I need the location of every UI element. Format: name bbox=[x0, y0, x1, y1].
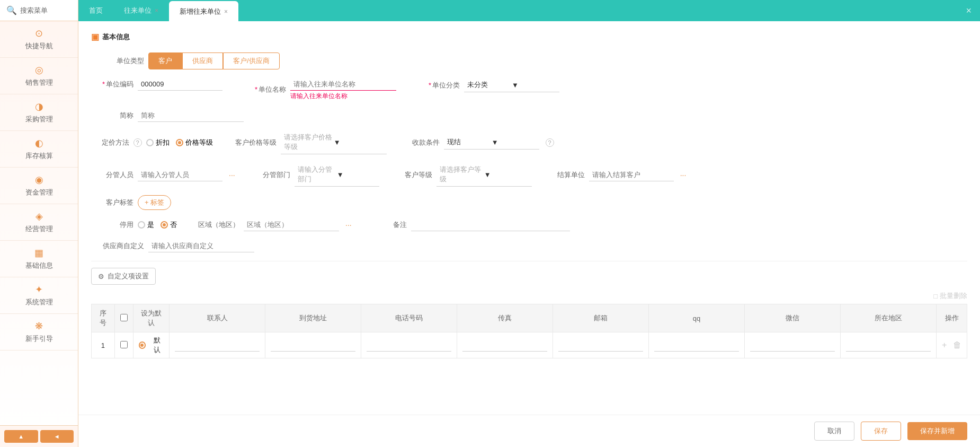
payment-terms-select[interactable]: 现结 ▼ bbox=[444, 135, 539, 150]
select-all-checkbox[interactable] bbox=[120, 314, 128, 321]
operation-icon: ◈ bbox=[35, 211, 43, 222]
region-input[interactable] bbox=[244, 218, 339, 231]
tab-home[interactable]: 首页 bbox=[78, 0, 113, 21]
department-select[interactable]: 请输入分管部门 ▼ bbox=[295, 163, 379, 187]
customer-price-select[interactable]: 请选择客户价格等级 ▼ bbox=[281, 130, 387, 154]
form-footer: 取消 保存 保存并新增 bbox=[78, 415, 980, 447]
payment-help-icon[interactable]: ? bbox=[546, 138, 554, 147]
batch-delete-area: □ 批量删除 bbox=[91, 291, 967, 301]
sidebar-item-label: 基础信息 bbox=[25, 261, 53, 270]
tab-contacts-close[interactable]: × bbox=[155, 7, 158, 14]
tab-new-contacts-label: 新增往来单位 bbox=[180, 7, 221, 16]
qq-input[interactable] bbox=[654, 339, 739, 352]
region-more-btn[interactable]: ··· bbox=[343, 221, 354, 229]
custom-settings-btn[interactable]: ⚙ 自定义项设置 bbox=[91, 268, 156, 285]
batch-delete-label[interactable]: 批量删除 bbox=[940, 291, 967, 301]
unit-type-customer-btn[interactable]: 客户 bbox=[148, 52, 182, 69]
short-name-group: 简称 bbox=[102, 109, 244, 122]
sidebar-search[interactable]: 🔍 搜索菜单 bbox=[0, 0, 78, 21]
address-input[interactable] bbox=[271, 339, 355, 352]
sidebar-item-operation[interactable]: ◈ 经营管理 bbox=[0, 204, 78, 241]
row-checkbox[interactable] bbox=[120, 341, 128, 348]
customer-level-arrow: ▼ bbox=[484, 171, 529, 179]
close-all-tabs-btn[interactable]: × bbox=[957, 5, 980, 16]
disabled-no-radio[interactable]: 否 bbox=[161, 220, 177, 230]
section-icon: ▣ bbox=[91, 32, 99, 42]
short-name-input[interactable] bbox=[138, 109, 244, 122]
sidebar-item-label: 新手引导 bbox=[25, 334, 53, 344]
region-label: 区域（地区） bbox=[198, 220, 239, 230]
supervisor-label: 分管人员 bbox=[102, 170, 133, 180]
customer-level-label: 客户等级 bbox=[400, 170, 432, 180]
sidebar-back-btn[interactable]: ◄ bbox=[40, 430, 74, 443]
section-basic-info-label: 基本信息 bbox=[102, 32, 130, 42]
supervisor-group: 分管人员 ··· bbox=[102, 169, 237, 181]
unit-name-input[interactable] bbox=[290, 78, 396, 91]
supplier-custom-input[interactable] bbox=[148, 240, 254, 252]
settlement-input[interactable] bbox=[589, 169, 674, 181]
pricing-level-radio[interactable]: 价格等级 bbox=[176, 138, 213, 147]
save-new-button[interactable]: 保存并新增 bbox=[907, 422, 967, 440]
unit-code-input[interactable] bbox=[138, 78, 222, 91]
tab-new-contacts-close[interactable]: × bbox=[224, 8, 228, 15]
settlement-more-btn[interactable]: ··· bbox=[678, 171, 689, 179]
sidebar-item-purchase[interactable]: ◑ 采购管理 bbox=[0, 94, 78, 131]
unit-category-select[interactable]: 未分类 ▼ bbox=[464, 78, 559, 92]
settings-icon: ⚙ bbox=[98, 273, 104, 281]
th-default: 设为默认 bbox=[133, 304, 169, 332]
pricing-discount-radio[interactable]: 折扣 bbox=[146, 138, 170, 147]
wechat-input[interactable] bbox=[750, 339, 835, 352]
pricing-row: 定价方法 ? 折扣 价格等级 客户价格等级 请选择客户价 bbox=[91, 130, 967, 154]
th-qq: qq bbox=[649, 304, 745, 332]
cell-region bbox=[841, 332, 937, 358]
pricing-group: 定价方法 ? 折扣 价格等级 bbox=[102, 138, 213, 147]
pricing-help-icon[interactable]: ? bbox=[133, 138, 142, 147]
region-table-input[interactable] bbox=[846, 339, 931, 352]
payment-terms-arrow: ▼ bbox=[492, 138, 536, 146]
finance-icon: ◉ bbox=[35, 174, 43, 186]
tag-btn-label: + 标签 bbox=[145, 198, 164, 207]
unit-code-group: *单位编码 bbox=[102, 78, 222, 91]
add-row-btn[interactable]: + bbox=[942, 340, 947, 349]
customer-level-select[interactable]: 请选择客户等级 ▼ bbox=[436, 163, 532, 187]
tab-new-contacts[interactable]: 新增往来单位 × bbox=[169, 1, 238, 22]
short-name-label: 简称 bbox=[102, 111, 133, 120]
cancel-button[interactable]: 取消 bbox=[814, 422, 854, 441]
sidebar-item-guide[interactable]: ❋ 新手引导 bbox=[0, 314, 78, 350]
disabled-yes-radio[interactable]: 是 bbox=[138, 220, 154, 230]
supervisor-more-btn[interactable]: ··· bbox=[227, 171, 237, 179]
disabled-yes-label: 是 bbox=[147, 220, 154, 230]
phone-input[interactable] bbox=[367, 339, 451, 352]
unit-type-both-btn[interactable]: 客户/供应商 bbox=[223, 52, 280, 69]
sidebar-item-system[interactable]: ✦ 系统管理 bbox=[0, 277, 78, 314]
sidebar-item-quick-nav[interactable]: ⊙ 快捷导航 bbox=[0, 21, 78, 58]
customer-price-placeholder: 请选择客户价格等级 bbox=[284, 133, 334, 152]
save-button[interactable]: 保存 bbox=[861, 422, 901, 441]
remark-label: 备注 bbox=[375, 220, 407, 230]
fax-input[interactable] bbox=[462, 339, 547, 352]
department-label: 分管部门 bbox=[259, 170, 290, 180]
unit-category-label: *单位分类 bbox=[428, 81, 460, 90]
email-input[interactable] bbox=[558, 339, 643, 352]
sidebar-item-sales[interactable]: ◎ 销售管理 bbox=[0, 58, 78, 94]
sidebar-item-label: 资金管理 bbox=[25, 188, 53, 197]
sidebar-item-label: 库存核算 bbox=[25, 151, 53, 161]
row-default-radio[interactable]: 默认 bbox=[139, 336, 164, 355]
table-header-row: 序号 设为默认 联系人 到货地址 电话号码 传真 邮箱 qq 微信 所在地区 操… bbox=[92, 304, 967, 332]
cell-phone bbox=[361, 332, 457, 358]
sidebar-item-basic[interactable]: ▦ 基础信息 bbox=[0, 241, 78, 277]
unit-type-supplier-btn[interactable]: 供应商 bbox=[182, 52, 223, 69]
remark-input[interactable] bbox=[411, 218, 570, 231]
sidebar-item-inventory[interactable]: ◐ 库存核算 bbox=[0, 131, 78, 168]
delete-row-btn[interactable]: 🗑 bbox=[953, 340, 961, 349]
contact-input[interactable] bbox=[175, 339, 260, 352]
sidebar-item-finance[interactable]: ◉ 资金管理 bbox=[0, 168, 78, 204]
th-contact: 联系人 bbox=[170, 304, 265, 332]
tab-contacts[interactable]: 往来单位 × bbox=[113, 0, 169, 21]
supervisor-input[interactable] bbox=[138, 169, 222, 181]
short-name-row: 简称 bbox=[102, 109, 967, 122]
supplier-custom-label: 供应商自定义 bbox=[102, 241, 144, 251]
add-tag-btn[interactable]: + 标签 bbox=[138, 195, 171, 210]
unit-name-group: *单位名称 请输入往来单位名称 bbox=[254, 78, 396, 101]
sidebar-collapse-btn[interactable]: ▲ bbox=[4, 430, 38, 443]
